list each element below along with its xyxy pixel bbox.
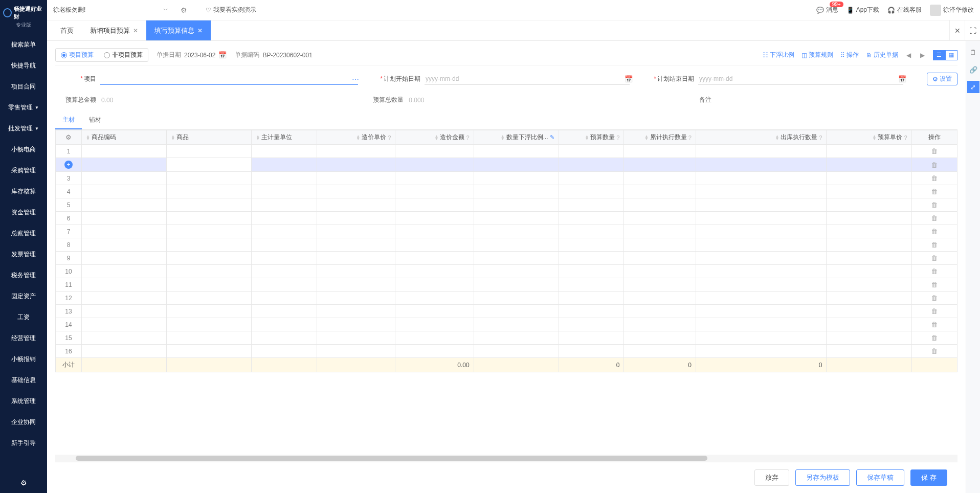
table-row[interactable]: 13🗑 bbox=[56, 305, 957, 318]
delete-row-icon[interactable]: 🗑 bbox=[931, 147, 938, 155]
sidebar-item-13[interactable]: 工资 bbox=[0, 307, 47, 328]
settings-button[interactable]: ⚙设置 bbox=[927, 73, 957, 85]
sidebar-item-8[interactable]: 资金管理 bbox=[0, 202, 47, 223]
sidebar-item-7[interactable]: 库存核算 bbox=[0, 181, 47, 202]
sidebar-item-2[interactable]: 项目合同 bbox=[0, 76, 47, 97]
sidebar-settings[interactable]: ⚙ bbox=[0, 473, 47, 493]
workspace-settings-icon[interactable]: ⚙ bbox=[181, 6, 187, 14]
save-draft-button[interactable]: 保存草稿 bbox=[856, 469, 904, 486]
table-row[interactable]: 1🗑 bbox=[56, 145, 957, 158]
rule-link[interactable]: ◫预算规则 bbox=[801, 51, 833, 59]
table-row[interactable]: 16🗑 bbox=[56, 345, 957, 358]
workspace-dropdown-icon[interactable]: ﹀ bbox=[163, 7, 168, 14]
radio-non-project-budget[interactable]: 非项目预算 bbox=[99, 49, 148, 61]
col-ratio[interactable]: ▲▼数量下浮比例...✎ bbox=[474, 130, 559, 145]
delete-row-icon[interactable]: 🗑 bbox=[931, 334, 938, 342]
col-cost-price[interactable]: ▲▼造价单价? bbox=[317, 130, 395, 145]
demo-link[interactable]: ♡ 我要看实例演示 bbox=[206, 6, 256, 14]
delete-row-icon[interactable]: 🗑 bbox=[931, 281, 938, 288]
calendar-icon[interactable]: 📅 bbox=[218, 51, 227, 59]
delete-row-icon[interactable]: 🗑 bbox=[931, 188, 938, 195]
delete-row-icon[interactable]: 🗑 bbox=[931, 228, 938, 235]
col-unit[interactable]: ▲▼主计量单位 bbox=[252, 130, 317, 145]
sidebar-item-18[interactable]: 企业协同 bbox=[0, 412, 47, 433]
delete-row-icon[interactable]: 🗑 bbox=[931, 294, 938, 302]
doc-date-value[interactable]: 2023-06-02 bbox=[184, 52, 215, 59]
delete-row-icon[interactable]: 🗑 bbox=[931, 241, 938, 249]
sidebar-item-19[interactable]: 新手引导 bbox=[0, 433, 47, 454]
close-icon[interactable]: ✕ bbox=[197, 27, 203, 34]
view-list-button[interactable]: ☰ bbox=[933, 50, 945, 60]
calendar-icon[interactable]: 📅 bbox=[625, 75, 633, 83]
col-budget-price[interactable]: ▲▼预算单价? bbox=[827, 130, 911, 145]
col-out-qty[interactable]: ▲▼出库执行数量? bbox=[696, 130, 827, 145]
tab-1[interactable]: 新增项目预算✕ bbox=[82, 20, 146, 40]
delete-row-icon[interactable]: 🗑 bbox=[931, 321, 938, 328]
sidebar-item-0[interactable]: 搜索菜单 bbox=[0, 34, 47, 55]
project-lookup-icon[interactable]: ⋯ bbox=[352, 75, 359, 83]
support-link[interactable]: 🎧 在线客服 bbox=[887, 6, 922, 14]
table-row[interactable]: 7🗑 bbox=[56, 225, 957, 238]
table-row[interactable]: 9🗑 bbox=[56, 252, 957, 265]
table-row[interactable]: 10🗑 bbox=[56, 265, 957, 278]
tab-0[interactable]: 首页 bbox=[52, 20, 82, 40]
delete-row-icon[interactable]: 🗑 bbox=[931, 161, 938, 169]
col-product[interactable]: ▲▼商品 bbox=[167, 130, 252, 145]
table-row[interactable]: 4🗑 bbox=[56, 185, 957, 198]
delete-row-icon[interactable]: 🗑 bbox=[931, 214, 938, 222]
tool-expand-icon[interactable]: ⤢ bbox=[967, 81, 979, 93]
sidebar-item-10[interactable]: 发票管理 bbox=[0, 244, 47, 265]
radio-project-budget[interactable]: 项目预算 bbox=[56, 49, 99, 61]
view-card-button[interactable]: ▦ bbox=[945, 50, 957, 60]
product-cell-editing[interactable] bbox=[167, 158, 252, 172]
col-cost-amount[interactable]: ▲▼造价金额? bbox=[395, 130, 474, 145]
delete-row-icon[interactable]: 🗑 bbox=[931, 174, 938, 182]
end-date-input[interactable] bbox=[698, 73, 903, 85]
tool-note-icon[interactable]: 🗒 bbox=[967, 46, 979, 58]
operation-link[interactable]: ⠿操作 bbox=[840, 51, 859, 59]
discard-button[interactable]: 放弃 bbox=[754, 469, 789, 486]
calendar-icon[interactable]: 📅 bbox=[898, 75, 906, 83]
tab-close-all-button[interactable]: ✕ bbox=[949, 20, 965, 41]
sidebar-item-6[interactable]: 采购管理 bbox=[0, 160, 47, 181]
add-row-icon[interactable]: + bbox=[64, 161, 73, 169]
tab-fullscreen-button[interactable]: ⛶ bbox=[965, 20, 980, 41]
next-doc-icon[interactable]: ▶ bbox=[919, 52, 926, 59]
ratio-link[interactable]: ☷下浮比例 bbox=[763, 51, 794, 59]
delete-row-icon[interactable]: 🗑 bbox=[931, 201, 938, 209]
save-button[interactable]: 保 存 bbox=[910, 469, 947, 486]
table-row[interactable]: 14🗑 bbox=[56, 318, 957, 331]
close-icon[interactable]: ✕ bbox=[133, 27, 138, 34]
subtab-aux-material[interactable]: 辅材 bbox=[82, 111, 108, 129]
app-download-link[interactable]: 📱 App下载 bbox=[847, 6, 879, 14]
delete-row-icon[interactable]: 🗑 bbox=[931, 347, 938, 355]
delete-row-icon[interactable]: 🗑 bbox=[931, 267, 938, 275]
start-date-input[interactable] bbox=[425, 73, 630, 85]
table-row[interactable]: 12🗑 bbox=[56, 292, 957, 305]
sidebar-item-11[interactable]: 税务管理 bbox=[0, 265, 47, 286]
grid-settings-header[interactable]: ⚙ bbox=[56, 130, 82, 145]
horizontal-scrollbar[interactable] bbox=[55, 455, 957, 462]
delete-row-icon[interactable]: 🗑 bbox=[931, 307, 938, 315]
table-row[interactable]: +🗑 bbox=[56, 158, 957, 172]
sidebar-item-9[interactable]: 总账管理 bbox=[0, 223, 47, 244]
col-product-code[interactable]: ▲▼商品编码 bbox=[82, 130, 167, 145]
sidebar-item-1[interactable]: 快捷导航 bbox=[0, 55, 47, 76]
table-row[interactable]: 3🗑 bbox=[56, 172, 957, 185]
col-budget-qty[interactable]: ▲▼预算数量? bbox=[559, 130, 624, 145]
sidebar-item-3[interactable]: 零售管理▼ bbox=[0, 97, 47, 118]
sidebar-item-14[interactable]: 经营管理 bbox=[0, 328, 47, 349]
delete-row-icon[interactable]: 🗑 bbox=[931, 254, 938, 262]
table-row[interactable]: 6🗑 bbox=[56, 212, 957, 225]
table-row[interactable]: 5🗑 bbox=[56, 198, 957, 212]
sidebar-item-5[interactable]: 小畅电商 bbox=[0, 139, 47, 160]
history-link[interactable]: 🗎历史单据 bbox=[866, 51, 898, 59]
subtab-main-material[interactable]: 主材 bbox=[55, 111, 82, 129]
prev-doc-icon[interactable]: ◀ bbox=[905, 52, 912, 59]
user-menu[interactable]: 徐泽华修改 bbox=[930, 5, 974, 16]
sidebar-item-15[interactable]: 小畅报销 bbox=[0, 349, 47, 370]
sidebar-item-4[interactable]: 批发管理▼ bbox=[0, 118, 47, 139]
table-row[interactable]: 15🗑 bbox=[56, 331, 957, 345]
table-row[interactable]: 11🗑 bbox=[56, 278, 957, 292]
tool-attach-icon[interactable]: 🔗 bbox=[967, 63, 979, 76]
